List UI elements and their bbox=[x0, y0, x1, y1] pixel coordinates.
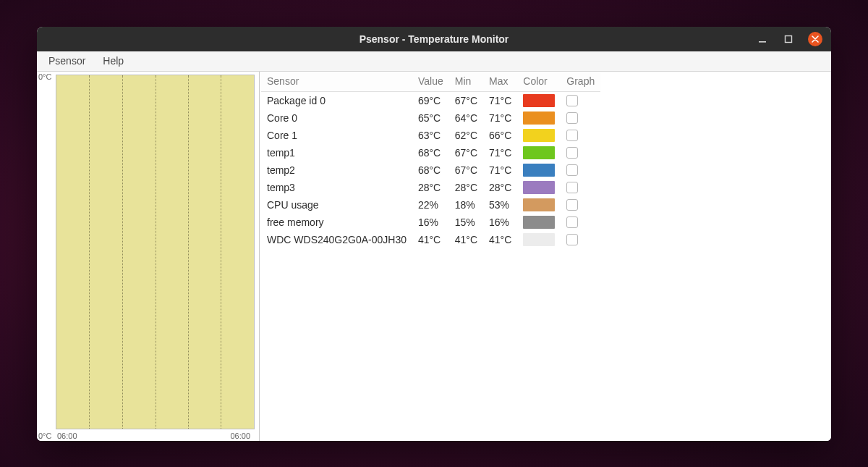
graph-checkbox[interactable] bbox=[566, 112, 578, 124]
graph-checkbox[interactable] bbox=[566, 182, 578, 193]
color-swatch[interactable] bbox=[523, 112, 555, 125]
graph-checkbox[interactable] bbox=[566, 147, 578, 159]
sensor-color-cell[interactable] bbox=[517, 161, 561, 179]
sensor-value: 68°C bbox=[412, 161, 449, 179]
graph-checkbox[interactable] bbox=[566, 130, 578, 141]
table-row[interactable]: temp268°C67°C71°C bbox=[261, 161, 600, 179]
sensor-color-cell[interactable] bbox=[517, 179, 561, 196]
col-value[interactable]: Value bbox=[412, 72, 449, 92]
color-swatch[interactable] bbox=[523, 164, 555, 177]
window-title: Psensor - Temperature Monitor bbox=[37, 33, 831, 45]
menu-psensor[interactable]: Psensor bbox=[41, 52, 93, 70]
graph-checkbox[interactable] bbox=[566, 164, 578, 176]
sensor-max: 71°C bbox=[483, 161, 517, 179]
graph-checkbox[interactable] bbox=[566, 199, 578, 211]
minimize-button[interactable] bbox=[756, 33, 769, 46]
sensor-max: 71°C bbox=[483, 91, 517, 109]
graph-checkbox[interactable] bbox=[566, 216, 578, 228]
table-row[interactable]: temp328°C28°C28°C bbox=[261, 179, 600, 196]
sensor-value: 68°C bbox=[412, 144, 449, 161]
app-window: Psensor - Temperature Monitor Psensor He… bbox=[37, 27, 831, 441]
graph-plot[interactable] bbox=[56, 75, 255, 429]
titlebar[interactable]: Psensor - Temperature Monitor bbox=[37, 27, 831, 51]
table-row[interactable]: Package id 069°C67°C71°C bbox=[261, 91, 600, 109]
table-row[interactable]: Core 065°C64°C71°C bbox=[261, 109, 600, 127]
content-area: 0°C 0°C 06:00 06:00 Sensor Value Min bbox=[37, 72, 831, 441]
color-swatch[interactable] bbox=[523, 233, 555, 246]
sensor-value: 28°C bbox=[412, 179, 449, 196]
color-swatch[interactable] bbox=[523, 181, 555, 194]
table-row[interactable]: free memory16%15%16% bbox=[261, 214, 600, 231]
col-sensor[interactable]: Sensor bbox=[261, 72, 412, 92]
sensor-value: 65°C bbox=[412, 109, 449, 127]
sensor-graph-cell bbox=[561, 144, 600, 161]
maximize-button[interactable] bbox=[782, 33, 795, 46]
sensor-min: 15% bbox=[449, 214, 483, 231]
x-axis-left-label: 06:00 bbox=[57, 432, 77, 440]
y-axis-bottom-label: 0°C bbox=[38, 432, 51, 440]
sensor-min: 67°C bbox=[449, 144, 483, 161]
sensor-name: free memory bbox=[261, 214, 412, 231]
col-min[interactable]: Min bbox=[449, 72, 483, 92]
sensor-value: 16% bbox=[412, 214, 449, 231]
table-row[interactable]: temp168°C67°C71°C bbox=[261, 144, 600, 161]
sensor-color-cell[interactable] bbox=[517, 91, 561, 109]
table-header-row: Sensor Value Min Max Color Graph bbox=[261, 72, 600, 92]
sensor-color-cell[interactable] bbox=[517, 109, 561, 127]
sensor-min: 67°C bbox=[449, 161, 483, 179]
col-max[interactable]: Max bbox=[483, 72, 517, 92]
sensor-max: 71°C bbox=[483, 109, 517, 127]
sensor-graph-cell bbox=[561, 196, 600, 214]
sensor-value: 63°C bbox=[412, 127, 449, 144]
sensor-graph-cell bbox=[561, 91, 600, 109]
sensor-graph-cell bbox=[561, 214, 600, 231]
sensor-color-cell[interactable] bbox=[517, 196, 561, 214]
sensor-name: WDC WDS240G2G0A-00JH30 bbox=[261, 231, 412, 248]
sensor-name: CPU usage bbox=[261, 196, 412, 214]
window-controls bbox=[756, 27, 831, 51]
sensor-min: 67°C bbox=[449, 91, 483, 109]
sensor-name: Package id 0 bbox=[261, 91, 412, 109]
color-swatch[interactable] bbox=[523, 198, 555, 211]
sensor-table: Sensor Value Min Max Color Graph Package… bbox=[261, 72, 600, 248]
close-button[interactable] bbox=[808, 32, 822, 46]
sensor-graph-cell bbox=[561, 109, 600, 127]
sensor-max: 41°C bbox=[483, 231, 517, 248]
color-swatch[interactable] bbox=[523, 129, 555, 142]
color-swatch[interactable] bbox=[523, 94, 555, 107]
sensor-color-cell[interactable] bbox=[517, 231, 561, 248]
svg-rect-1 bbox=[786, 35, 792, 42]
sensor-max: 28°C bbox=[483, 179, 517, 196]
table-row[interactable]: CPU usage22%18%53% bbox=[261, 196, 600, 214]
sensor-min: 41°C bbox=[449, 231, 483, 248]
color-swatch[interactable] bbox=[523, 146, 555, 159]
graph-checkbox[interactable] bbox=[566, 234, 578, 245]
graph-checkbox[interactable] bbox=[566, 95, 578, 106]
table-row[interactable]: WDC WDS240G2G0A-00JH3041°C41°C41°C bbox=[261, 231, 600, 248]
sensor-color-cell[interactable] bbox=[517, 127, 561, 144]
sensor-name: Core 0 bbox=[261, 109, 412, 127]
sensor-color-cell[interactable] bbox=[517, 144, 561, 161]
sensor-graph-cell bbox=[561, 231, 600, 248]
x-axis-right-label: 06:00 bbox=[230, 432, 250, 440]
sensor-value: 22% bbox=[412, 196, 449, 214]
sensor-name: Core 1 bbox=[261, 127, 412, 144]
graph-panel: 0°C 0°C 06:00 06:00 bbox=[37, 72, 260, 441]
sensor-min: 64°C bbox=[449, 109, 483, 127]
y-axis-top-label: 0°C bbox=[38, 72, 51, 81]
sensor-table-panel: Sensor Value Min Max Color Graph Package… bbox=[260, 72, 831, 441]
svg-rect-0 bbox=[759, 41, 766, 43]
sensor-color-cell[interactable] bbox=[517, 214, 561, 231]
col-graph[interactable]: Graph bbox=[561, 72, 600, 92]
menu-help[interactable]: Help bbox=[95, 52, 131, 70]
sensor-min: 28°C bbox=[449, 179, 483, 196]
sensor-max: 53% bbox=[483, 196, 517, 214]
color-swatch[interactable] bbox=[523, 216, 555, 229]
sensor-name: temp3 bbox=[261, 179, 412, 196]
col-color[interactable]: Color bbox=[517, 72, 561, 92]
table-row[interactable]: Core 163°C62°C66°C bbox=[261, 127, 600, 144]
sensor-max: 66°C bbox=[483, 127, 517, 144]
sensor-value: 41°C bbox=[412, 231, 449, 248]
sensor-name: temp1 bbox=[261, 144, 412, 161]
sensor-name: temp2 bbox=[261, 161, 412, 179]
